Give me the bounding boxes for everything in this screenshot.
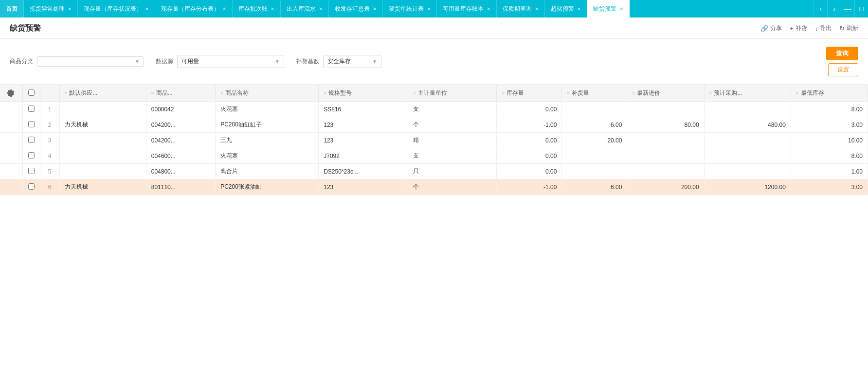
filter-datasource: 数据源 可用量 ▼ (156, 55, 284, 68)
row-unit: 支 (408, 102, 497, 117)
nav-tab-inventory-dist[interactable]: 现存量（库存分布表）✕ (155, 0, 233, 18)
row-product-code: 801110... (146, 179, 215, 195)
row-gear-cell (0, 133, 22, 148)
tab-close-icon[interactable]: ✕ (487, 6, 490, 12)
row-default-supplier (59, 164, 146, 179)
row-latest-price: 80.00 (627, 117, 704, 133)
tab-close-icon[interactable]: ✕ (427, 6, 431, 12)
nav-tab-expiry-query[interactable]: 保质期查询✕ (497, 0, 545, 18)
replenish-button[interactable]: + 补货 (790, 24, 807, 33)
row-spec: 123 (319, 133, 408, 148)
th-min-stock: ≡最低库存 (791, 85, 868, 102)
row-latest-price (627, 148, 704, 164)
tab-close-icon[interactable]: ✕ (271, 6, 274, 12)
nav-tab-batch-account[interactable]: 库存批次账✕ (233, 0, 281, 18)
row-checkbox[interactable] (28, 121, 35, 127)
nav-tab-inventory-status[interactable]: 现存量（库存状况表）✕ (78, 0, 155, 18)
row-latest-price: 200.00 (627, 179, 704, 195)
export-button[interactable]: ↓ 导出 (815, 24, 832, 33)
row-replenish-qty (562, 148, 627, 164)
row-estimated-purchase: 480.00 (704, 117, 791, 133)
row-estimated-purchase (704, 164, 791, 179)
row-min-stock: 8.00 (791, 148, 868, 164)
row-checkbox[interactable] (28, 137, 35, 143)
nav-tab-receive-summary[interactable]: 收发存汇总表✕ (329, 0, 383, 18)
th-spec: ≡规格型号 (319, 85, 408, 102)
filter-category: 商品分类 ▼ (10, 56, 144, 67)
row-gear-cell (0, 179, 22, 195)
row-spec: 123 (319, 117, 408, 133)
page-header: 缺货预警 🔗 分享 + 补货 ↓ 导出 ↻ 刷新 (0, 18, 868, 39)
nav-next-button[interactable]: › (827, 0, 841, 18)
th-seq (40, 85, 59, 102)
row-unit: 箱 (408, 133, 497, 148)
row-spec: SS816 (319, 102, 408, 117)
nav-tab-exception[interactable]: 拣货异常处理✕ (24, 0, 78, 18)
row-default-supplier (59, 102, 146, 117)
row-checkbox[interactable] (28, 106, 35, 112)
row-replenish-qty: 6.00 (562, 179, 627, 195)
top-navigation: 首页拣货异常处理✕现存量（库存状况表）✕现存量（库存分布表）✕库存批次账✕出入库… (0, 0, 868, 18)
row-product-name: PC200张紧油缸 (216, 179, 319, 195)
nav-maximize-button[interactable]: □ (854, 0, 868, 18)
row-seq: 4 (40, 148, 59, 164)
nav-tab-shortage-warning[interactable]: 缺货预警✕ (587, 0, 630, 18)
filter-actions: 查询 设置 (826, 47, 858, 76)
replenish-select[interactable]: 安全库存 ▼ (323, 55, 381, 68)
tab-close-icon[interactable]: ✕ (577, 6, 581, 12)
row-min-stock: 10.00 (791, 133, 868, 148)
tab-close-icon[interactable]: ✕ (222, 6, 226, 12)
row-estimated-purchase (704, 102, 791, 117)
row-replenish-qty: 6.00 (562, 117, 627, 133)
row-min-stock: 3.00 (791, 117, 868, 133)
nav-tab-inout-flow[interactable]: 出入库流水✕ (281, 0, 329, 18)
nav-tab-overstock-warning[interactable]: 超储预警✕ (545, 0, 587, 18)
nav-minimize-button[interactable]: — (841, 0, 854, 18)
row-spec: J7092 (319, 148, 408, 164)
row-product-code: 004200... (146, 117, 215, 133)
tab-close-icon[interactable]: ✕ (535, 6, 539, 12)
datasource-select[interactable]: 可用量 ▼ (177, 55, 284, 68)
table-row: 2 力天机械 004200... PC200油缸缸子 123 个 -1.00 6… (0, 117, 868, 133)
row-estimated-purchase (704, 148, 791, 164)
select-all-checkbox[interactable] (28, 89, 35, 96)
row-product-name: 离合片 (216, 164, 319, 179)
tab-close-icon[interactable]: ✕ (145, 6, 149, 12)
row-unit: 个 (408, 117, 497, 133)
share-button[interactable]: 🔗 分享 (760, 24, 782, 33)
page-title: 缺货预警 (10, 23, 41, 34)
settings-button[interactable]: 设置 (828, 63, 858, 76)
row-checkbox[interactable] (28, 152, 35, 158)
tab-close-icon[interactable]: ✕ (68, 6, 72, 12)
tab-close-icon[interactable]: ✕ (619, 6, 623, 12)
gear-icon[interactable] (7, 89, 15, 97)
tab-close-icon[interactable]: ✕ (373, 6, 377, 12)
row-seq: 3 (40, 133, 59, 148)
nav-tab-home[interactable]: 首页 (0, 0, 24, 18)
row-spec: DS250*23c... (319, 164, 408, 179)
row-default-supplier (59, 148, 146, 164)
category-select-arrow-icon: ▼ (135, 59, 140, 64)
nav-tab-available-ledger[interactable]: 可用量库存账本✕ (437, 0, 497, 18)
nav-prev-button[interactable]: ‹ (814, 0, 827, 18)
row-min-stock: 8.00 (791, 102, 868, 117)
share-icon: 🔗 (760, 25, 768, 32)
row-checkbox-cell (22, 164, 40, 179)
row-product-code: 004600... (146, 148, 215, 164)
refresh-button[interactable]: ↻ 刷新 (839, 24, 858, 33)
row-product-code: 0000042 (146, 102, 215, 117)
row-checkbox[interactable] (28, 168, 35, 174)
row-replenish-qty (562, 164, 627, 179)
row-seq: 2 (40, 117, 59, 133)
row-unit: 个 (408, 179, 497, 195)
nav-tab-requisition-stat[interactable]: 要货单统计表✕ (383, 0, 437, 18)
query-button[interactable]: 查询 (826, 47, 858, 60)
row-product-code: 004800... (146, 164, 215, 179)
category-select[interactable]: ▼ (37, 56, 144, 67)
tab-close-icon[interactable]: ✕ (319, 6, 323, 12)
replenish-select-value: 安全库存 (327, 57, 351, 66)
row-product-name: 火花塞 (216, 102, 319, 117)
table-header-row: ≡默认供应... ≡商品... ≡商品名称 ≡规格型号 ≡主计量单位 ≡库存量 … (0, 85, 868, 102)
refresh-icon: ↻ (839, 25, 845, 32)
row-checkbox[interactable] (28, 183, 35, 190)
